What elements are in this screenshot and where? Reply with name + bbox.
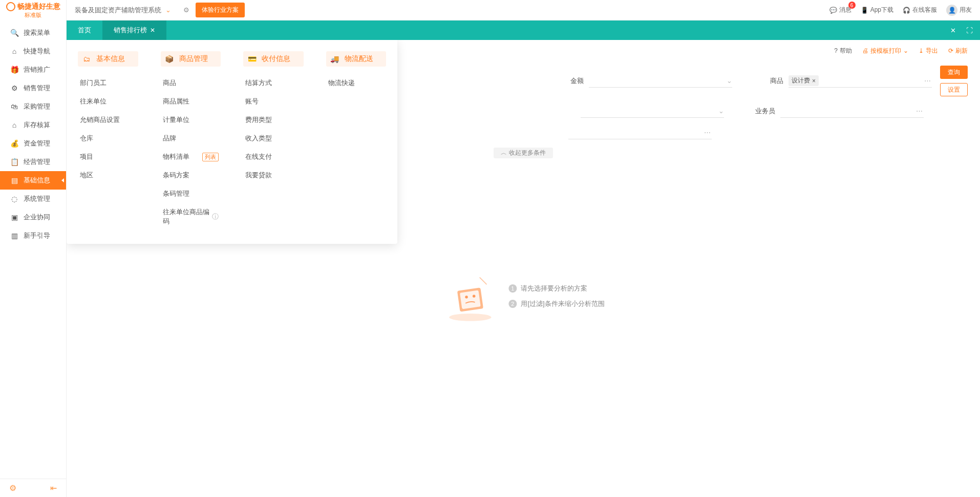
mega-item[interactable]: 允销商品设置 [78,111,138,129]
messages-count: 6 [848,2,856,9]
nav-icon: 📋 [10,158,18,166]
tab-current[interactable]: 销售排行榜 ✕ [102,20,166,40]
more-icon: ⋯ [704,129,712,136]
close-all-icon[interactable]: ✕ [947,25,958,36]
mega-item[interactable]: 地区 [78,166,138,184]
logo-icon [6,2,15,11]
brand-logo: 畅捷通好生意 标准版 [0,0,66,20]
sidebar-item-label: 营销推广 [24,65,50,74]
filter-field-3[interactable]: ⋯ [568,126,712,139]
export-button[interactable]: ⤓导出 [919,47,938,55]
refresh-button[interactable]: ⟳刷新 [948,47,968,55]
chevron-down-icon: ⌄ [165,6,171,14]
nav-icon: 🛍 [10,102,18,111]
category-icon: 📦 [164,53,175,65]
chevron-down-icon: ⌄ [903,47,908,54]
mega-item[interactable]: 计量单位 [161,111,221,129]
fullscreen-icon[interactable]: ⛶ [964,25,975,36]
gear-icon[interactable]: ⚙ [183,6,189,14]
sidebar-item-9[interactable]: ◌系统管理 [0,190,66,208]
sidebar-item-7[interactable]: 📋经营管理 [0,153,66,171]
mega-item[interactable]: 部门员工 [78,74,138,92]
sidebar-item-label: 经营管理 [24,157,50,167]
category-icon: 💳 [246,53,258,65]
sidebar-item-0[interactable]: 🔍搜索菜单 [0,24,66,42]
svg-point-4 [473,295,476,298]
sidebar-item-label: 快捷导航 [24,47,50,56]
mega-item[interactable]: 条码方案 [161,166,221,184]
settings-button[interactable]: 设置 [940,83,968,96]
sidebar-footer: ⚙ ⇤ [0,479,66,497]
remove-tag-icon[interactable]: × [812,77,816,85]
tab-home[interactable]: 首页 [67,20,102,40]
mega-item[interactable]: 我要贷款 [243,166,304,184]
tab-home-label: 首页 [78,26,91,35]
app-download-button[interactable]: 📱 App下载 [861,6,893,14]
sidebar-item-4[interactable]: 🛍采购管理 [0,97,66,116]
user-name: 用友 [960,6,972,14]
filter-amount-field[interactable]: ⌄ [589,74,732,88]
system-name: 装备及固定资产辅助管理系统 [75,6,161,15]
mega-item[interactable]: 结算方式 [243,74,304,92]
sidebar-item-label: 搜索菜单 [24,28,50,37]
mega-item[interactable]: 条码管理 [161,184,221,203]
brand-name: 畅捷通好生意 [17,2,60,11]
mega-item[interactable]: 项目 [78,148,138,166]
topbar: 装备及固定资产辅助管理系统 ⌄ ⚙ 体验行业方案 💬 消息 6 📱 App下载 … [67,0,980,20]
nav-icon: 💰 [10,139,18,148]
sidebar-item-11[interactable]: ▥新手引导 [0,226,66,245]
empty-step-2: 2用[过滤]条件来缩小分析范围 [508,299,604,308]
mega-item[interactable]: 物流快递 [326,74,387,92]
online-service-button[interactable]: 🎧 在线客服 [903,6,937,14]
phone-icon: 📱 [861,7,868,14]
empty-step-1: 1请先选择要分析的方案 [508,284,604,293]
export-icon: ⤓ [919,47,924,54]
filter-product-field[interactable]: 设计费× ⋯ [789,74,932,88]
sidebar-item-5[interactable]: ⌂库存核算 [0,116,66,134]
filter-product-label: 商品 [763,76,783,86]
mega-item[interactable]: 物料清单列表 [161,148,221,166]
nav-icon: ⚙ [10,84,18,92]
mega-item[interactable]: 费用类型 [243,111,304,129]
filter-salesman-field[interactable]: ⋯ [780,105,924,118]
tabbar: 首页 销售排行榜 ✕ ✕ ⛶ [67,20,980,40]
help-button[interactable]: ?帮助 [834,47,852,55]
sidebar-nav: 🔍搜索菜单⌂快捷导航🎁营销推广⚙销售管理🛍采购管理⌂库存核算💰资金管理📋经营管理… [0,20,66,479]
mega-item[interactable]: 收入类型 [243,129,304,148]
filter-field-2[interactable]: ⌄ [581,105,724,118]
message-icon: 💬 [829,7,837,14]
try-plan-button[interactable]: 体验行业方案 [196,3,245,17]
mega-item[interactable]: 品牌 [161,129,221,148]
mega-item[interactable]: 往来单位 [78,92,138,111]
more-icon: ⋯ [916,107,924,115]
nav-icon: ⌂ [10,47,18,55]
mega-item[interactable]: 往来单位商品编码ⓘ [161,203,221,231]
sidebar-item-2[interactable]: 🎁营销推广 [0,60,66,79]
close-icon[interactable]: ✕ [150,27,155,34]
nav-icon: 🎁 [10,66,18,74]
product-tag[interactable]: 设计费× [789,75,819,86]
chevron-down-icon: ⌄ [727,77,732,85]
sidebar-item-1[interactable]: ⌂快捷导航 [0,42,66,60]
chevron-up-icon: ︿ [501,149,507,157]
user-menu[interactable]: 👤 用友 [946,5,972,16]
more-icon: ⋯ [924,77,932,85]
mega-item[interactable]: 账号 [243,92,304,111]
mega-item[interactable]: 仓库 [78,129,138,148]
sidebar-item-10[interactable]: ▣企业协同 [0,208,66,226]
collapse-sidebar-icon[interactable]: ⇤ [50,483,57,493]
settings-icon[interactable]: ⚙ [9,483,16,493]
sidebar-item-8[interactable]: ▤基础信息 [0,171,66,190]
nav-icon: ▣ [10,213,18,221]
system-select[interactable]: 装备及固定资产辅助管理系统 ⌄ [75,6,177,15]
print-template-button[interactable]: 🖨按模板打印⌄ [862,47,908,55]
mega-item[interactable]: 商品 [161,74,221,92]
sidebar-item-6[interactable]: 💰资金管理 [0,134,66,153]
sidebar-item-3[interactable]: ⚙销售管理 [0,79,66,97]
query-button[interactable]: 查询 [940,66,968,79]
nav-icon: ◌ [10,195,18,203]
collapse-filters-button[interactable]: ︿收起更多条件 [494,148,553,158]
messages-button[interactable]: 💬 消息 6 [829,6,851,14]
mega-item[interactable]: 在线支付 [243,148,304,166]
mega-item[interactable]: 商品属性 [161,92,221,111]
